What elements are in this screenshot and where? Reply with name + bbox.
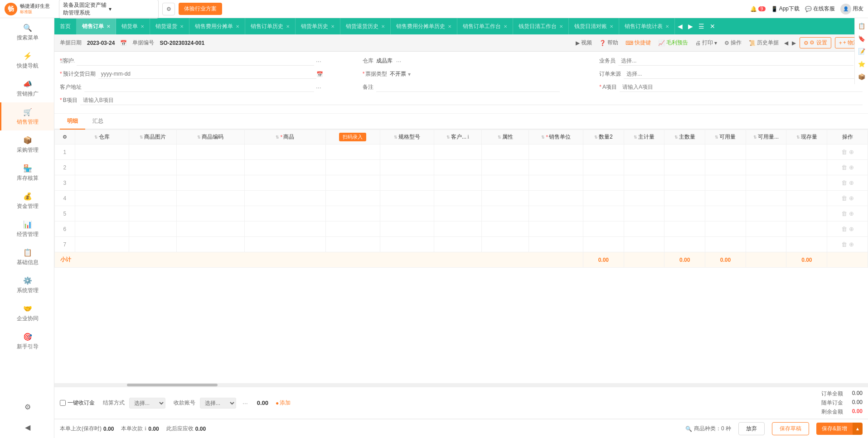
th-main-unit[interactable]: ⇅主计量 — [624, 130, 664, 144]
account-select[interactable]: 选择... — [200, 398, 236, 409]
tab-sales-refund-close[interactable]: ✕ — [180, 24, 184, 29]
operation-btn[interactable]: ⚙ 操作 — [723, 38, 743, 48]
account-more-btn[interactable]: ··· — [241, 399, 250, 407]
sidebar-item-finance[interactable]: 💰 资金管理 — [0, 187, 54, 215]
row-attribute-7[interactable] — [481, 237, 529, 252]
tab-close-all[interactable]: ✕ — [707, 18, 718, 34]
row-code-1[interactable] — [177, 144, 245, 160]
th-qty2[interactable]: ⇅数量2 — [583, 130, 624, 144]
row-product-7[interactable] — [244, 237, 325, 252]
delete-row-4[interactable]: 🗑 — [841, 195, 847, 202]
app-download[interactable]: 📱 App下载 — [771, 5, 800, 13]
row-customer-code-6[interactable] — [434, 221, 482, 237]
sidebar-item-marketing[interactable]: 📣 营销推广 — [0, 74, 54, 102]
row-sales-unit-4[interactable] — [529, 191, 583, 206]
row-qty2-1[interactable] — [583, 144, 624, 160]
row-warehouse-2[interactable] — [75, 160, 129, 175]
row-qty2-3[interactable] — [583, 175, 624, 191]
th-code[interactable]: ⇅商品编码 — [177, 130, 245, 144]
invoice-dropdown[interactable]: ▾ — [408, 71, 411, 77]
customer-code-info-icon[interactable]: ℹ — [467, 134, 469, 140]
row-stock-7[interactable] — [786, 237, 827, 252]
row-main-unit-4[interactable] — [624, 191, 664, 206]
row-stock-1[interactable] — [786, 144, 827, 160]
scan-button[interactable]: 扫码录入 — [339, 133, 366, 141]
row-qty2-7[interactable] — [583, 237, 624, 252]
tab-sales-return-history[interactable]: 销货单历史 ✕ — [296, 18, 340, 34]
row-attribute-5[interactable] — [481, 206, 529, 221]
row-customer-code-2[interactable] — [434, 160, 482, 175]
tab-sales-refund[interactable]: 销货退货 ✕ — [150, 18, 189, 34]
tab-cash-daily-workbench[interactable]: 钱货日清工作台 ✕ — [513, 18, 569, 34]
tab-cash-daily-workbench-close[interactable]: ✕ — [559, 24, 563, 29]
row-image-3[interactable] — [129, 175, 177, 191]
row-product-1[interactable] — [244, 144, 325, 160]
solution-button[interactable]: 体验行业方案 — [179, 3, 222, 15]
staff-input[interactable] — [618, 56, 853, 66]
row-attribute-1[interactable] — [481, 144, 529, 160]
right-panel-icon-1[interactable]: 📋 — [856, 20, 868, 32]
profit-btn[interactable]: 📈 毛利预告 — [656, 38, 690, 48]
row-available-2[interactable] — [705, 160, 746, 175]
row-main-unit-6[interactable] — [624, 221, 664, 237]
row-spec-6[interactable] — [380, 221, 434, 237]
copy-row-7[interactable]: ⊕ — [849, 241, 854, 248]
row-spec-4[interactable] — [380, 191, 434, 206]
shortcut-btn[interactable]: ⌨ 快捷键 — [624, 38, 653, 48]
row-main-qty-3[interactable] — [664, 175, 705, 191]
row-main-qty-1[interactable] — [664, 144, 705, 160]
discard-button[interactable]: 放弃 — [738, 422, 765, 435]
row-stock-5[interactable] — [786, 206, 827, 221]
delivery-calendar-icon[interactable]: 📅 — [316, 71, 323, 77]
row-image-2[interactable] — [129, 160, 177, 175]
tab-more[interactable]: ☰ — [696, 18, 707, 34]
calendar-icon[interactable]: 📅 — [120, 40, 127, 46]
row-image-6[interactable] — [129, 221, 177, 237]
address-more-btn[interactable]: ··· — [314, 84, 323, 91]
th-customer-code[interactable]: ⇅客户...ℹ — [434, 130, 482, 144]
row-code-4[interactable] — [177, 191, 245, 206]
row-qty2-6[interactable] — [583, 221, 624, 237]
row-sales-unit-5[interactable] — [529, 206, 583, 221]
row-code-3[interactable] — [177, 175, 245, 191]
delete-row-7[interactable]: 🗑 — [841, 241, 847, 248]
th-main-qty[interactable]: ⇅主数量 — [664, 130, 705, 144]
row-available2-2[interactable] — [746, 160, 786, 175]
row-available2-7[interactable] — [746, 237, 786, 252]
tab-sales-order-workbench-close[interactable]: ✕ — [504, 24, 507, 29]
tab-detail[interactable]: 明细 — [60, 114, 85, 130]
row-main-qty-4[interactable] — [664, 191, 705, 206]
row-attribute-2[interactable] — [481, 160, 529, 175]
row-available2-5[interactable] — [746, 206, 786, 221]
tab-summary[interactable]: 汇总 — [85, 114, 111, 130]
row-stock-3[interactable] — [786, 175, 827, 191]
tab-sales-statistics[interactable]: 销售订单统计表 ✕ — [619, 18, 675, 34]
tab-sales-refund-history-close[interactable]: ✕ — [381, 24, 385, 29]
row-warehouse-5[interactable] — [75, 206, 129, 221]
th-warehouse[interactable]: ⇅仓库 — [75, 130, 129, 144]
copy-row-5[interactable]: ⊕ — [849, 210, 854, 217]
address-input[interactable] — [84, 82, 314, 92]
row-product-6[interactable] — [244, 221, 325, 237]
nav-next-btn[interactable]: ▶ — [792, 40, 796, 46]
save-new-dropdown[interactable]: ▲ — [853, 423, 863, 435]
row-qty2-5[interactable] — [583, 206, 624, 221]
gear-button[interactable]: ⚙ — [162, 3, 175, 15]
row-sales-unit-3[interactable] — [529, 175, 583, 191]
row-warehouse-1[interactable] — [75, 144, 129, 160]
sidebar-item-inventory[interactable]: 🏪 库存核算 — [0, 159, 54, 187]
add-payment-btn[interactable]: ● 添加 — [276, 399, 291, 407]
row-scan-3[interactable] — [325, 175, 380, 191]
row-attribute-6[interactable] — [481, 221, 529, 237]
customer-more-btn[interactable]: ··· — [314, 58, 323, 65]
row-warehouse-6[interactable] — [75, 221, 129, 237]
tab-sales-fee-history[interactable]: 销售费用分摊单历史 ✕ — [391, 18, 457, 34]
nav-prev-btn[interactable]: ◀ — [784, 40, 788, 46]
sidebar-item-sales[interactable]: 🛒 销售管理 — [0, 102, 54, 130]
tab-sales-order-workbench[interactable]: 销售订单工作台 ✕ — [457, 18, 513, 34]
current-info-icon[interactable]: ℹ — [145, 426, 146, 432]
history-btn[interactable]: 📜 历史单据 — [747, 38, 781, 48]
tab-home[interactable]: 首页 — [54, 18, 77, 34]
tab-sales-refund-history[interactable]: 销货退货历史 ✕ — [340, 18, 391, 34]
delete-row-5[interactable]: 🗑 — [841, 210, 847, 217]
